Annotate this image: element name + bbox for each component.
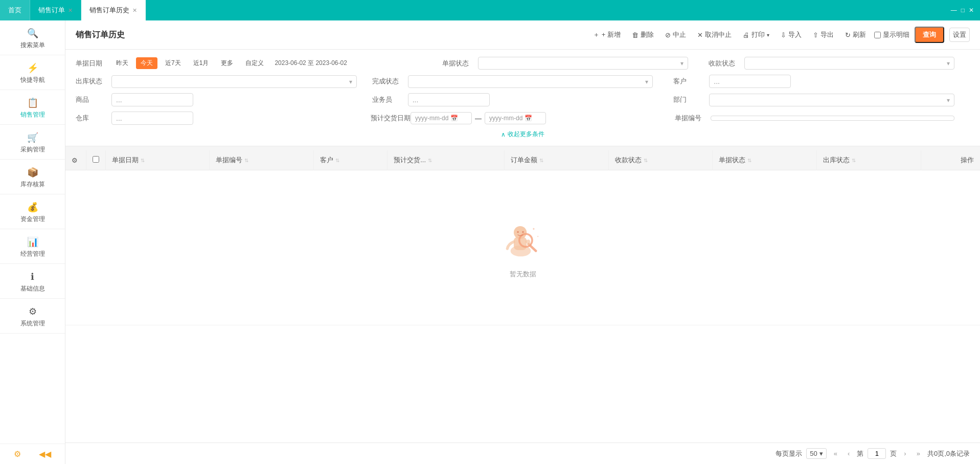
- cancel-stop-button[interactable]: ✕ 取消中止: [694, 28, 735, 41]
- quick-nav-icon: ⚡: [27, 62, 38, 74]
- sidebar-item-purchase[interactable]: 🛒 采购管理: [0, 125, 65, 160]
- display-dense-checkbox[interactable]: [874, 32, 881, 38]
- sidebar-item-ops-label: 经营管理: [20, 250, 45, 258]
- sidebar-item-warehouse[interactable]: 📦 库存核算: [0, 160, 65, 194]
- sidebar-item-search-menu[interactable]: 🔍 搜索菜单: [0, 20, 65, 55]
- refresh-icon: ↻: [845, 31, 851, 39]
- date-btn-yesterday[interactable]: 昨天: [111, 57, 133, 69]
- refresh-button[interactable]: ↻ 刷新: [842, 28, 869, 41]
- complete-status-select[interactable]: [408, 75, 653, 88]
- expected-delivery-col-label: 预计交货...: [394, 156, 426, 165]
- filter-row-3: 商品 ... 业务员 ... 部门: [76, 93, 970, 106]
- new-button[interactable]: ＋ + 新增: [590, 28, 624, 41]
- warehouse-input[interactable]: ...: [111, 112, 193, 125]
- print-label: 打印: [751, 30, 765, 39]
- tab-sales-order-history[interactable]: 销售订单历史 ✕: [81, 0, 146, 20]
- close-window-button[interactable]: ✕: [969, 7, 974, 14]
- current-page-input[interactable]: [868, 448, 886, 459]
- close-sales-order-history-tab-icon[interactable]: ✕: [132, 7, 137, 14]
- date-btn-1month[interactable]: 近1月: [189, 57, 214, 69]
- expected-delivery-sort[interactable]: 预计交货... ⇅: [394, 156, 498, 165]
- expected-date-end-input[interactable]: yyyy-mm-dd 📅: [485, 112, 546, 124]
- tab-home[interactable]: 首页: [0, 0, 30, 20]
- collapse-bar[interactable]: ∧ 收起更多条件: [76, 130, 970, 139]
- bill-number-col-label: 单据编号: [216, 156, 242, 165]
- sidebar-audio-icon[interactable]: ◀◀: [39, 449, 51, 459]
- column-checkbox: [86, 150, 105, 170]
- minimize-button[interactable]: —: [951, 7, 957, 14]
- customer-input[interactable]: ...: [709, 75, 791, 88]
- select-all-checkbox[interactable]: [93, 156, 99, 163]
- total-records: 共0页,0条记录: [927, 449, 970, 458]
- payment-status-sort[interactable]: 收款状态 ⇅: [615, 156, 706, 165]
- date-btn-7days[interactable]: 近7天: [161, 57, 186, 69]
- system-icon: ⚙: [29, 306, 37, 317]
- export-label: 导出: [821, 30, 834, 39]
- stop-button[interactable]: ⊘ 中止: [662, 28, 689, 41]
- tab-home-label: 首页: [8, 6, 21, 15]
- bill-status-sort[interactable]: 单据状态 ⇅: [719, 156, 810, 165]
- prev-page-button[interactable]: ‹: [845, 449, 853, 458]
- column-settings: ⚙: [65, 150, 86, 170]
- display-dense-checkbox-label[interactable]: 显示明细: [874, 30, 909, 39]
- salesperson-control: ...: [408, 93, 653, 106]
- date-btn-today[interactable]: 今天: [136, 57, 157, 69]
- outbound-status-chevron-icon: [349, 78, 352, 85]
- page-size-value: 50: [810, 450, 817, 457]
- payment-status-label: 收款状态: [709, 59, 744, 68]
- first-page-button[interactable]: «: [831, 449, 840, 458]
- maximize-button[interactable]: □: [961, 7, 965, 14]
- sidebar-item-quick-nav[interactable]: ⚡ 快捷导航: [0, 55, 65, 90]
- sidebar-item-base-info[interactable]: ℹ 基础信息: [0, 264, 65, 299]
- top-bar: 首页 销售订单 ✕ 销售订单历史 ✕ — □ ✕: [0, 0, 980, 20]
- payment-status-chevron-icon: [947, 59, 950, 67]
- payment-status-select[interactable]: [744, 57, 954, 70]
- sidebar-item-sales[interactable]: 📋 销售管理: [0, 90, 65, 125]
- tab-sales-order[interactable]: 销售订单 ✕: [30, 0, 81, 20]
- sidebar-item-ops[interactable]: 📊 经营管理: [0, 229, 65, 264]
- settings-button[interactable]: 设置: [949, 28, 970, 42]
- bill-status-select[interactable]: [478, 57, 688, 70]
- sidebar-item-base-info-label: 基础信息: [20, 284, 45, 293]
- new-label: + 新增: [602, 30, 621, 39]
- bill-status-col-label: 单据状态: [719, 156, 745, 165]
- next-page-button[interactable]: ›: [901, 449, 909, 458]
- date-btn-custom[interactable]: 自定义: [241, 57, 268, 69]
- operations-col-label: 操作: [961, 156, 974, 164]
- search-menu-icon: 🔍: [27, 28, 38, 39]
- expected-date-end-calendar-icon: 📅: [525, 115, 532, 122]
- date-range-display: 2023-06-02 至 2023-06-02: [275, 59, 347, 68]
- bill-number-sort[interactable]: 单据编号 ⇅: [216, 156, 307, 165]
- column-outbound-status: 出库状态 ⇅: [817, 150, 921, 170]
- customer-sort[interactable]: 客户 ⇅: [320, 156, 381, 165]
- salesperson-input[interactable]: ...: [408, 93, 490, 106]
- table-area: ⚙ 单据日期 ⇅ 单据编号: [65, 150, 980, 443]
- date-btn-more[interactable]: 更多: [216, 57, 238, 69]
- order-amount-sort-icon: ⇅: [539, 158, 543, 163]
- last-page-button[interactable]: »: [914, 449, 923, 458]
- bill-number-input[interactable]: [711, 116, 954, 121]
- outbound-status-select[interactable]: [111, 75, 357, 88]
- column-settings-icon[interactable]: ⚙: [72, 157, 78, 164]
- query-button[interactable]: 查询: [915, 27, 944, 43]
- product-input[interactable]: ...: [111, 93, 193, 106]
- order-amount-sort[interactable]: 订单金额 ⇅: [511, 156, 602, 165]
- outbound-status-sort[interactable]: 出库状态 ⇅: [823, 156, 915, 165]
- page-size-select[interactable]: 50 ▾: [806, 448, 826, 459]
- sidebar-item-finance[interactable]: 💰 资金管理: [0, 194, 65, 229]
- department-select[interactable]: [709, 94, 954, 106]
- sidebar-settings-icon[interactable]: ⚙: [14, 449, 21, 459]
- import-button[interactable]: ⇩ 导入: [778, 28, 805, 41]
- delete-button[interactable]: 🗑 删除: [629, 28, 657, 41]
- expected-date-control: yyyy-mm-dd 📅 — yyyy-mm-dd 📅: [411, 112, 654, 124]
- filter-row-1: 单据日期 昨天 今天 近7天 近1月 更多 自定义 2023-06-02 至 2…: [76, 57, 970, 70]
- print-button[interactable]: 🖨 打印 ▾: [740, 28, 772, 41]
- sidebar-item-system[interactable]: ⚙ 系统管理: [0, 299, 65, 334]
- expected-date-start-input[interactable]: yyyy-mm-dd 📅: [411, 112, 472, 124]
- page-label-suffix: 页: [890, 449, 897, 458]
- close-sales-order-tab-icon[interactable]: ✕: [68, 7, 73, 14]
- column-order-amount: 订单金额 ⇅: [504, 150, 608, 170]
- bill-date-sort[interactable]: 单据日期 ⇅: [112, 156, 203, 165]
- export-button[interactable]: ⇧ 导出: [810, 28, 837, 41]
- warehouse-control: ...: [111, 112, 355, 125]
